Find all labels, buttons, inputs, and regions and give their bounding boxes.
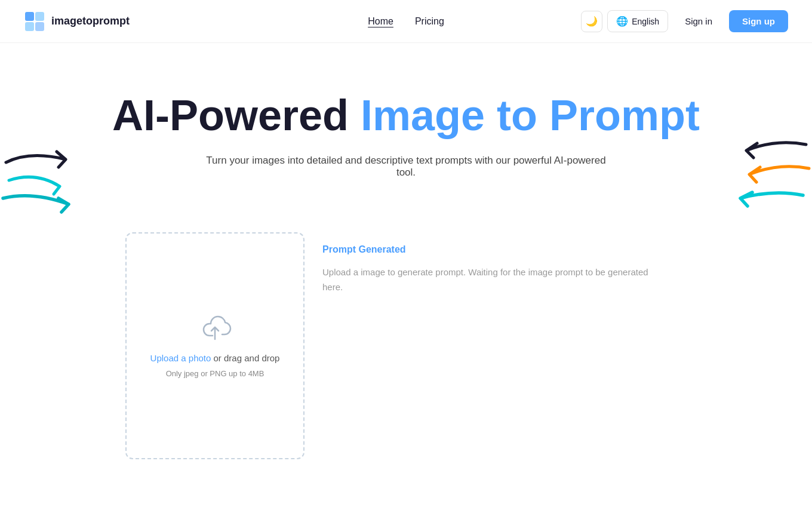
nav-home[interactable]: Home bbox=[368, 16, 393, 27]
hero-subtitle: Turn your images into detailed and descr… bbox=[203, 155, 609, 179]
upload-dropzone[interactable]: Upload a photo or drag and drop Only jpe… bbox=[125, 232, 304, 459]
tool-area: Upload a photo or drag and drop Only jpe… bbox=[78, 232, 734, 459]
signin-button[interactable]: Sign in bbox=[673, 11, 724, 31]
brand-name: imagetoprompt bbox=[51, 15, 130, 27]
left-arrows-decoration bbox=[0, 127, 96, 222]
upload-drag-text: or drag and drop bbox=[214, 353, 280, 363]
nav-links: Home Pricing bbox=[368, 16, 444, 27]
logo-icon bbox=[24, 11, 45, 32]
hero-title: AI-Powered Image to Prompt bbox=[24, 91, 788, 140]
upload-cloud-icon bbox=[198, 313, 232, 342]
upload-link[interactable]: Upload a photo bbox=[150, 353, 211, 363]
svg-rect-0 bbox=[25, 12, 34, 21]
dark-mode-toggle[interactable]: 🌙 bbox=[581, 11, 602, 32]
upload-text: Upload a photo or drag and drop bbox=[150, 351, 280, 365]
result-panel: Prompt Generated Upload a image to gener… bbox=[304, 232, 687, 459]
nav-pricing[interactable]: Pricing bbox=[415, 16, 444, 27]
result-title: Prompt Generated bbox=[322, 244, 669, 255]
svg-rect-3 bbox=[35, 22, 44, 31]
hero-title-highlight: Image to Prompt bbox=[361, 91, 700, 139]
hero-title-plain: AI-Powered bbox=[112, 91, 349, 139]
upload-hint: Only jpeg or PNG up to 4MB bbox=[166, 369, 264, 378]
navbar: imagetoprompt Home Pricing 🌙 🌐 English S… bbox=[0, 0, 812, 43]
svg-rect-1 bbox=[35, 12, 44, 21]
svg-rect-2 bbox=[25, 22, 34, 31]
result-placeholder: Upload a image to generate prompt. Waiti… bbox=[322, 265, 669, 295]
hero-section: AI-Powered Image to Prompt Turn your ima… bbox=[0, 43, 812, 232]
nav-right: 🌙 🌐 English Sign in Sign up bbox=[581, 10, 788, 32]
signup-button[interactable]: Sign up bbox=[729, 10, 788, 32]
language-label: English bbox=[632, 17, 659, 26]
right-arrows-decoration bbox=[693, 127, 812, 222]
moon-icon: 🌙 bbox=[586, 16, 598, 27]
globe-icon: 🌐 bbox=[616, 16, 628, 27]
language-selector[interactable]: 🌐 English bbox=[607, 10, 668, 32]
logo[interactable]: imagetoprompt bbox=[24, 11, 130, 32]
